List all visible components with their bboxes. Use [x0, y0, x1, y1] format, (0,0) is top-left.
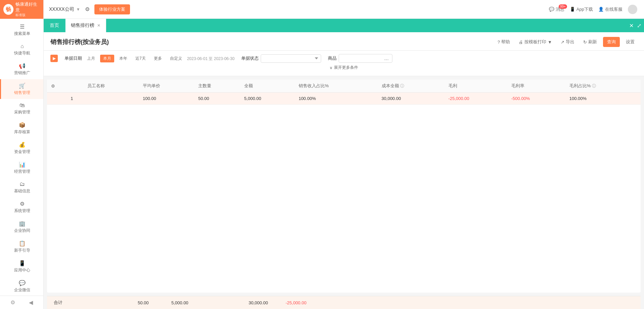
sidebar-item-basic-label: 基础信息	[14, 188, 30, 194]
wechat-icon: 💬	[19, 280, 26, 286]
enterprise-icon: 🏢	[19, 220, 26, 227]
query-button[interactable]: 查询	[603, 37, 620, 47]
th-amount: 全额	[240, 80, 295, 93]
sidebar-item-purchase[interactable]: 🛍 采购管理	[0, 99, 43, 118]
row-cost: 30,000.00	[378, 93, 444, 105]
sidebar-item-basic[interactable]: 🗂 基础信息	[0, 178, 43, 197]
app-download-btn[interactable]: 📱 App下载	[570, 6, 593, 12]
company-dropdown-icon: ▼	[76, 7, 80, 12]
sidebar-item-shortcut[interactable]: ⌂ 快捷导航	[0, 40, 43, 59]
sidebar-item-marketing-label: 营销推广	[14, 70, 30, 76]
date-btn-year[interactable]: 本年	[116, 55, 130, 62]
date-range-display: 2023-06-01 至 2023-06-30	[187, 56, 234, 62]
row-gross-pct: 100.00%	[565, 93, 641, 105]
goods-filter-item: 商品 …	[328, 54, 392, 63]
cost-info-icon[interactable]: ⓘ	[400, 84, 404, 88]
sidebar-item-enterprise[interactable]: 🏢 企业协同	[0, 217, 43, 237]
date-btn-7days[interactable]: 近7天	[132, 55, 149, 62]
logo-name: 畅康通好生意	[15, 2, 40, 13]
sidebar: 畅 畅康通好生意 标准版 ☰ 搜索菜单 ⌂ 快捷导航 📢 营销推广 🛒 销售管理…	[0, 0, 44, 309]
date-filter-label: 单据日期	[65, 55, 82, 61]
sidebar-item-finance[interactable]: 💰 资金管理	[0, 138, 43, 158]
user-avatar-btn[interactable]	[628, 5, 639, 14]
sidebar-item-operation-label: 经营管理	[14, 169, 30, 174]
sidebar-collapse-btn[interactable]: ◀	[29, 299, 33, 306]
tab-home-label: 首页	[50, 22, 59, 29]
expand-more-btn[interactable]: ∨ 展开更多条件	[330, 65, 358, 70]
sidebar-item-wechat[interactable]: 💬 企业微信	[0, 276, 43, 296]
sidebar-item-inventory[interactable]: 📦 库存核算	[0, 118, 43, 138]
settings-button[interactable]: 设置	[623, 38, 637, 46]
basic-icon: 🗂	[19, 181, 25, 187]
service-icon: 👤	[598, 7, 604, 12]
message-btn[interactable]: 💬 消息 99+	[549, 6, 564, 12]
status-filter-item: 单据状态	[241, 54, 321, 63]
sidebar-item-search[interactable]: ☰ 搜索菜单	[0, 20, 43, 40]
status-select[interactable]	[261, 54, 321, 63]
goods-input-wrap: …	[339, 54, 392, 63]
sidebar-item-sales-label: 销售管理	[14, 90, 30, 96]
filter-toggle-btn[interactable]: ▶	[50, 55, 58, 62]
row-gross: -25,000.00	[444, 93, 507, 105]
goods-more-icon[interactable]: …	[384, 56, 389, 61]
export-label: 导出	[566, 39, 574, 45]
online-service-btn[interactable]: 👤 在线客服	[598, 6, 622, 12]
filter-row: ▶ 单据日期 上月 本月 本年 近7天 更多 自定义 2023-06-01 至 …	[50, 54, 637, 63]
trial-button[interactable]: 体验行业方案	[94, 4, 130, 14]
help-label: 帮助	[501, 39, 510, 45]
logo-sub: 标准版	[15, 13, 40, 17]
th-gross: 毛利	[444, 80, 507, 93]
sidebar-item-purchase-label: 采购管理	[14, 109, 30, 115]
table-row: 1 100.00 50.00 5,000.00 100.00% 30,000.0…	[47, 93, 641, 105]
sidebar-item-system[interactable]: ⚙ 系统管理	[0, 197, 43, 217]
tab-sales-ranking[interactable]: 销售排行榜 ✕	[66, 19, 106, 32]
sidebar-item-apps-label: 应用中心	[14, 267, 30, 273]
shortcut-icon: ⌂	[20, 43, 24, 49]
topbar-right: 💬 消息 99+ 📱 App下载 👤 在线客服	[549, 5, 639, 14]
export-icon: ↗	[561, 40, 564, 45]
tab-close-icon[interactable]: ✕	[97, 23, 100, 28]
company-selector[interactable]: XXXXX公司 ▼	[49, 6, 80, 12]
footer-gross: -25,000.00	[286, 300, 319, 305]
th-gross-rate: 毛利率	[507, 80, 565, 93]
th-cost: 成本全额 ⓘ	[378, 80, 444, 93]
date-btn-last[interactable]: 上月	[84, 55, 98, 62]
th-qty: 主数量	[194, 80, 240, 93]
footer-cost: 30,000.00	[249, 300, 286, 305]
date-btn-custom[interactable]: 自定义	[167, 55, 185, 62]
sidebar-item-sales[interactable]: 🛒 销售管理	[0, 79, 43, 99]
company-settings-icon[interactable]: ⚙	[85, 6, 90, 12]
sidebar-item-operation[interactable]: 📊 经营管理	[0, 158, 43, 178]
window-close-icon[interactable]: ✕	[629, 22, 634, 29]
print-button[interactable]: 🖨 按模板打印 ▼	[516, 38, 555, 46]
footer-amount: 5,000.00	[171, 300, 208, 305]
row-gross-rate: -500.00%	[507, 93, 565, 105]
sidebar-item-marketing[interactable]: 📢 营销推广	[0, 59, 43, 79]
refresh-label: 刷新	[588, 39, 597, 45]
row-name	[83, 93, 139, 105]
footer-label: 合计	[54, 300, 81, 306]
status-filter-label: 单据状态	[241, 55, 259, 61]
goods-input[interactable]	[342, 56, 383, 61]
tabbar: 首页 销售排行榜 ✕ ✕ ⤢	[44, 19, 644, 32]
sidebar-item-inventory-label: 库存核算	[14, 129, 30, 135]
tab-home[interactable]: 首页	[44, 19, 66, 32]
date-filter-item: 单据日期 上月 本月 本年 近7天 更多 自定义 2023-06-01 至 20…	[65, 55, 234, 62]
date-btn-current[interactable]: 本月	[100, 55, 114, 62]
window-maximize-icon[interactable]: ⤢	[637, 22, 641, 29]
settings-label: 设置	[626, 39, 635, 45]
sidebar-settings-btn[interactable]: ⚙	[10, 299, 15, 306]
sidebar-item-guide[interactable]: 📋 新手引导	[0, 237, 43, 257]
date-btn-more[interactable]: 更多	[151, 55, 165, 62]
company-name: XXXXX公司	[49, 6, 74, 12]
refresh-button[interactable]: ↻ 刷新	[581, 38, 600, 46]
help-button[interactable]: ? 帮助	[495, 38, 513, 46]
service-label: 在线客服	[605, 6, 622, 12]
sidebar-nav: ☰ 搜索菜单 ⌂ 快捷导航 📢 营销推广 🛒 销售管理 🛍 采购管理 📦 库存核…	[0, 19, 43, 296]
gross-pct-info-icon[interactable]: ⓘ	[592, 84, 596, 88]
avatar	[628, 5, 637, 14]
th-sales-pct: 销售收入占比%	[295, 80, 378, 93]
th-settings[interactable]: ⚙	[47, 80, 60, 93]
export-button[interactable]: ↗ 导出	[558, 38, 577, 46]
sidebar-item-apps[interactable]: 📱 应用中心	[0, 257, 43, 276]
